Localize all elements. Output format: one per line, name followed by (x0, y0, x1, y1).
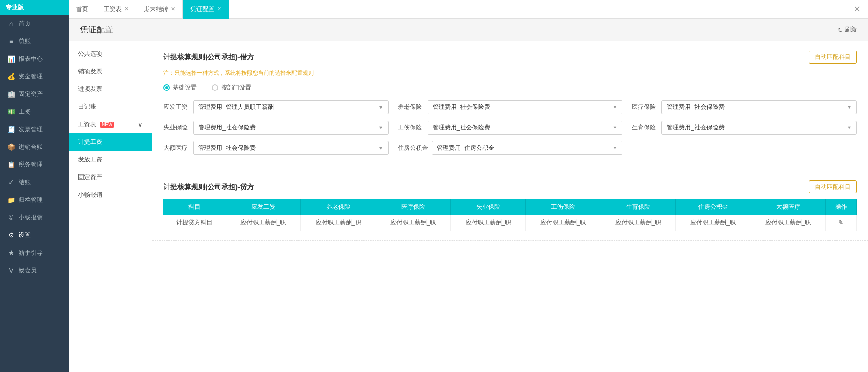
sidebar: 专业版 ⌂ 首页 ≡ 总账 📊 报表中心 💰 资金管理 🏢 固定资产 💵 工资 … (0, 0, 69, 372)
nav-purchase-invoice[interactable]: 进项发票 (69, 80, 152, 98)
auto-match-debit-button[interactable]: 自动匹配科目 (809, 51, 857, 64)
col-header-injury: 工伤保险 (525, 199, 601, 215)
select-medical-value: 管理费用_社会保险费 (667, 103, 724, 111)
select-housing[interactable]: 管理费用_住房公积金 ▼ (432, 141, 623, 155)
cell-gross: 应付职工薪酬_职 (226, 215, 301, 231)
radio-department[interactable]: 按部门设置 (212, 83, 251, 92)
sidebar-item-xiaochang[interactable]: © 小畅报销 (0, 209, 69, 226)
vip-icon: V (7, 267, 15, 274)
sidebar-item-tax-management[interactable]: 📋 税务管理 (0, 156, 69, 173)
radio-basic-label: 基础设置 (173, 83, 197, 92)
credit-table: 科目 应发工资 养老保险 医疗保险 失业保险 工伤保险 生育保险 住房公积金 大… (163, 199, 857, 231)
tax-icon: 📋 (7, 161, 15, 168)
section1-title: 计提核算规则(公司承担)-借方 (163, 53, 254, 62)
col-header-operation: 操作 (826, 199, 857, 215)
sidebar-label-invoice: 发票管理 (19, 125, 43, 134)
fixed-assets-icon: 🏢 (7, 90, 15, 98)
sidebar-item-settings[interactable]: ⚙ 设置 (0, 226, 69, 244)
sidebar-item-fund-management[interactable]: 💰 资金管理 (0, 68, 69, 85)
sidebar-item-guide[interactable]: ★ 新手引导 (0, 244, 69, 262)
sidebar-item-general-ledger[interactable]: ≡ 总账 (0, 32, 69, 50)
sidebar-label-settlement: 结账 (19, 178, 31, 186)
nav-label-public: 公共选项 (78, 50, 102, 58)
tab-home[interactable]: 首页 (69, 0, 96, 19)
sidebar-label-guide: 新手引导 (19, 249, 43, 257)
nav-label-purchase: 进项发票 (78, 85, 102, 93)
tab-period-close[interactable]: ✕ (171, 6, 175, 12)
sidebar-label-archive: 归档管理 (19, 196, 43, 204)
label-gross: 应发工资 (163, 103, 189, 111)
nav-pay-salary[interactable]: 发放工资 (69, 151, 152, 168)
label-injury: 工伤保险 (398, 123, 424, 132)
xiaochang-icon: © (7, 214, 15, 221)
select-housing-value: 管理费用_住房公积金 (437, 144, 494, 152)
nav-xiaochang-expense[interactable]: 小畅报销 (69, 186, 152, 204)
nav-fixed-assets[interactable]: 固定资产 (69, 168, 152, 186)
select-pension[interactable]: 管理费用_社会保险费 ▼ (428, 100, 623, 114)
col-header-large-medical: 大额医疗 (751, 199, 826, 215)
sidebar-item-vip[interactable]: V 畅会员 (0, 262, 69, 279)
select-maternity[interactable]: 管理费用_社会保险费 ▼ (661, 121, 857, 135)
app-title: 专业版 (6, 3, 24, 12)
label-housing: 住房公积金 (398, 144, 428, 152)
tab-voucher-close[interactable]: ✕ (217, 6, 221, 12)
edit-icon[interactable]: ✎ (838, 219, 844, 226)
home-icon: ⌂ (7, 20, 15, 27)
select-medical[interactable]: 管理费用_社会保险费 ▼ (661, 100, 857, 114)
refresh-label: 刷新 (845, 26, 857, 34)
tab-salary-table[interactable]: 工资表 ✕ (96, 0, 136, 19)
sidebar-item-archive[interactable]: 📁 归档管理 (0, 191, 69, 209)
select-large-medical[interactable]: 管理费用_社会保险费 ▼ (193, 141, 389, 155)
select-unemployment[interactable]: 管理费用_社会保险费 ▼ (193, 121, 389, 135)
form-row-3: 大额医疗 管理费用_社会保险费 ▼ 住房公积金 管理费用_住房公积金 ▼ (163, 141, 857, 155)
field-housing-fund: 住房公积金 管理费用_住房公积金 ▼ (398, 141, 623, 155)
auto-match-credit-button[interactable]: 自动匹配科目 (809, 180, 857, 193)
nav-public-options[interactable]: 公共选项 (69, 45, 152, 63)
sidebar-item-salary[interactable]: 💵 工资 (0, 103, 69, 121)
sidebar-item-settlement[interactable]: ✓ 结账 (0, 173, 69, 191)
sidebar-label-fixed: 固定资产 (19, 90, 43, 98)
sidebar-header: 专业版 (0, 0, 69, 15)
field-maternity: 生育保险 管理费用_社会保险费 ▼ (632, 121, 857, 135)
sidebar-label-report: 报表中心 (19, 55, 43, 63)
tab-voucher-config[interactable]: 凭证配置 ✕ (183, 0, 229, 19)
select-maternity-value: 管理费用_社会保险费 (667, 123, 724, 132)
chevron-unemp: ▼ (378, 125, 383, 130)
archive-icon: 📁 (7, 196, 15, 204)
radio-basic[interactable]: 基础设置 (163, 83, 197, 92)
sidebar-item-fixed-assets[interactable]: 🏢 固定资产 (0, 85, 69, 103)
field-pension: 养老保险 管理费用_社会保险费 ▼ (398, 100, 623, 114)
chevron-injury: ▼ (612, 125, 617, 130)
chevron-pension: ▼ (612, 104, 617, 110)
sidebar-label-purchase: 进销台账 (19, 143, 43, 151)
col-header-unemployment: 失业保险 (451, 199, 526, 215)
label-medical: 医疗保险 (632, 103, 658, 111)
close-window-button[interactable]: ✕ (846, 4, 868, 14)
sidebar-label-home: 首页 (19, 19, 31, 28)
sidebar-item-home[interactable]: ⌂ 首页 (0, 15, 69, 32)
nav-salary-table[interactable]: 工资表 NEW ∨ (69, 115, 152, 133)
col-header-maternity: 生育保险 (601, 199, 676, 215)
tab-salary-close[interactable]: ✕ (124, 6, 129, 12)
nav-journal[interactable]: 日记账 (69, 98, 152, 115)
guide-icon: ★ (7, 249, 15, 257)
select-gross-salary[interactable]: 管理费用_管理人员职工薪酬 ▼ (193, 100, 389, 114)
nav-calc-salary[interactable]: 计提工资 (69, 133, 152, 151)
nav-sales-invoice[interactable]: 销项发票 (69, 63, 152, 80)
page-header: 凭证配置 ↻ 刷新 (69, 19, 868, 41)
tab-salary-label: 工资表 (104, 5, 122, 13)
refresh-button[interactable]: ↻ 刷新 (838, 26, 857, 34)
field-large-medical: 大额医疗 管理费用_社会保险费 ▼ (163, 141, 389, 155)
field-injury: 工伤保险 管理费用_社会保险费 ▼ (398, 121, 623, 135)
cell-operation: ✎ (826, 215, 857, 231)
chevron-housing: ▼ (612, 145, 617, 151)
col-header-housing: 住房公积金 (676, 199, 751, 215)
label-pension: 养老保险 (398, 103, 424, 111)
select-injury[interactable]: 管理费用_社会保险费 ▼ (428, 121, 623, 135)
tab-period-end[interactable]: 期末结转 ✕ (136, 0, 183, 19)
section1-header: 计提核算规则(公司承担)-借方 自动匹配科目 (163, 51, 857, 64)
cell-housing: 应付职工薪酬_职 (676, 215, 751, 231)
sidebar-item-invoice-management[interactable]: 🧾 发票管理 (0, 121, 69, 138)
sidebar-item-purchase-sale[interactable]: 📦 进销台账 (0, 138, 69, 156)
sidebar-item-report-center[interactable]: 📊 报表中心 (0, 50, 69, 68)
